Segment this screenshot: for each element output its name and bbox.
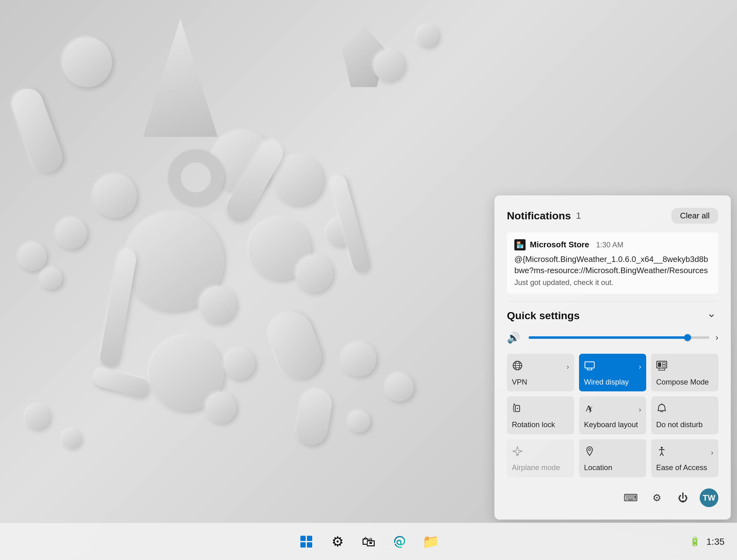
qs-tile-airplane-inner — [512, 446, 569, 460]
settings-button[interactable]: ⚙ — [647, 488, 666, 507]
chevron-down-icon — [708, 312, 715, 320]
taskbar-settings-icon[interactable]: ⚙ — [326, 530, 349, 553]
qs-tile-location-inner — [584, 446, 641, 460]
keyboard-button[interactable]: ⌨ — [621, 488, 640, 507]
notification-item-header: 🏪 Microsoft Store 1:30 AM — [514, 239, 711, 250]
ease-of-access-chevron-icon: › — [711, 448, 713, 457]
notification-app-name: Microsoft Store — [530, 240, 589, 250]
notification-body-line1: @{Microsoft.BingWeather_1.0.6.0_x64__8we… — [514, 254, 711, 265]
qs-tile-dnd-inner — [656, 403, 713, 417]
qs-tile-wired-display-inner: › — [584, 360, 641, 374]
qs-tile-compose-mode-label: Compose Mode — [656, 378, 709, 387]
taskbar-clock: 1:35 — [707, 536, 725, 547]
compose-mode-icon — [656, 360, 667, 374]
qs-tile-keyboard-layout[interactable]: A f › Keyboard layout — [579, 396, 646, 434]
wired-display-icon — [584, 360, 595, 374]
qs-tile-ease-of-access-inner: › — [656, 446, 713, 460]
qs-tile-wired-display[interactable]: › Wired display — [579, 354, 646, 392]
notification-sub: Just got updated, check it out. — [514, 278, 711, 287]
qs-tile-do-not-disturb[interactable]: Do not disturb — [651, 396, 718, 434]
qs-tile-vpn-inner: › — [512, 360, 569, 374]
notifications-title-area: Notifications 1 — [507, 210, 581, 222]
volume-chevron-icon[interactable]: › — [716, 333, 718, 343]
quick-settings-grid: › VPN › Wired display — [507, 354, 718, 477]
qs-tile-ease-of-access[interactable]: › Ease of Access — [651, 439, 718, 477]
rotation-lock-icon — [512, 403, 523, 417]
qs-tile-rotation-lock-inner — [512, 403, 569, 417]
power-button[interactable]: ⏻ — [674, 488, 692, 507]
vpn-chevron-icon: › — [567, 362, 569, 371]
svg-point-21 — [589, 449, 591, 451]
qs-tile-location[interactable]: Location — [579, 439, 646, 477]
taskbar-app-icons: ⚙ 🛍 📁 — [295, 530, 442, 553]
volume-slider[interactable] — [529, 336, 709, 339]
qs-tile-airplane-mode[interactable]: Airplane mode — [507, 439, 574, 477]
taskbar-edge-icon[interactable] — [388, 530, 411, 553]
windows-logo-icon — [301, 536, 312, 548]
volume-row: 🔊 › — [507, 331, 718, 344]
keyboard-layout-icon: A f — [584, 403, 595, 417]
svg-rect-10 — [658, 362, 661, 367]
notifications-section-header: Notifications 1 Clear all — [507, 208, 718, 224]
do-not-disturb-icon — [656, 403, 667, 417]
notification-app-icon: 🏪 — [514, 239, 525, 250]
notification-body-line2: bwe?ms-resource://Microsoft.BingWeather/… — [514, 265, 711, 276]
ease-of-access-icon — [656, 446, 667, 460]
qs-tile-wired-display-label: Wired display — [584, 378, 629, 387]
edge-logo-icon — [392, 534, 407, 549]
taskbar-store-icon[interactable]: 🛍 — [357, 530, 380, 553]
quick-settings-collapse-button[interactable] — [705, 309, 718, 323]
qs-tile-ease-of-access-label: Ease of Access — [656, 463, 707, 472]
airplane-mode-icon — [512, 446, 523, 460]
svg-point-17 — [517, 408, 518, 409]
qs-tile-vpn-label: VPN — [512, 378, 527, 387]
svg-point-22 — [661, 447, 663, 449]
notifications-badge: 1 — [576, 210, 581, 221]
clear-all-button[interactable]: Clear all — [671, 208, 718, 224]
svg-rect-5 — [585, 362, 594, 368]
qs-tile-keyboard-layout-inner: A f › — [584, 403, 641, 417]
notification-time: 1:30 AM — [596, 240, 623, 249]
svg-text:f: f — [590, 405, 592, 413]
qs-tile-airplane-label: Airplane mode — [512, 463, 560, 472]
taskbar-tray: 🔋 1:35 — [689, 536, 725, 547]
user-avatar[interactable]: TW — [700, 488, 718, 507]
start-button[interactable] — [295, 530, 318, 553]
qs-tile-keyboard-layout-label: Keyboard layout — [584, 420, 638, 429]
wallpaper-shapes — [0, 0, 513, 523]
location-icon — [584, 446, 595, 460]
wired-display-chevron-icon: › — [639, 362, 641, 371]
qs-tile-rotation-lock[interactable]: Rotation lock — [507, 396, 574, 434]
notification-item[interactable]: 🏪 Microsoft Store 1:30 AM @{Microsoft.Bi… — [507, 232, 718, 294]
qs-tile-compose-mode[interactable]: Compose Mode — [651, 354, 718, 392]
svg-rect-12 — [662, 365, 665, 367]
volume-icon: 🔊 — [507, 331, 522, 344]
taskbar-files-icon[interactable]: 📁 — [419, 530, 442, 553]
svg-rect-11 — [662, 362, 665, 364]
volume-slider-thumb — [684, 334, 691, 341]
quick-settings-title: Quick settings — [507, 310, 580, 322]
notifications-title: Notifications — [507, 210, 571, 222]
qs-tile-compose-mode-inner — [656, 360, 713, 374]
vpn-icon — [512, 360, 523, 374]
keyboard-layout-chevron-icon: › — [639, 405, 641, 414]
qs-tile-dnd-label: Do not disturb — [656, 420, 702, 429]
taskbar: ⚙ 🛍 📁 🔋 1:35 — [0, 523, 737, 560]
taskbar-tray-battery-icon: 🔋 — [689, 536, 700, 547]
action-center-panel: Notifications 1 Clear all 🏪 Microsoft St… — [494, 195, 731, 520]
quick-settings-bottom-row: ⌨ ⚙ ⏻ TW — [507, 486, 718, 507]
volume-slider-fill — [529, 336, 688, 339]
qs-tile-vpn[interactable]: › VPN — [507, 354, 574, 392]
qs-tile-rotation-lock-label: Rotation lock — [512, 420, 555, 429]
quick-settings-header: Quick settings — [507, 309, 718, 323]
panel-divider — [507, 301, 718, 301]
qs-tile-location-label: Location — [584, 463, 612, 472]
